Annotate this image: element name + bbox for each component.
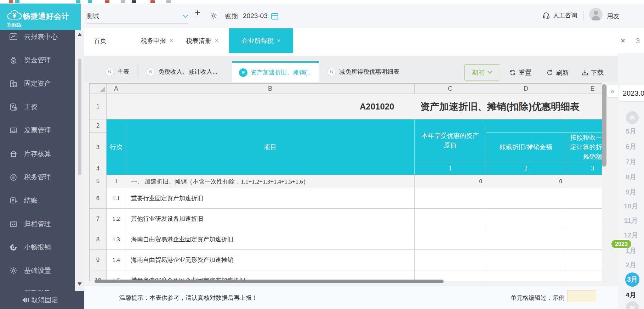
row-number[interactable]: 4 bbox=[90, 162, 107, 175]
cell-value[interactable] bbox=[566, 188, 602, 209]
cell-value[interactable] bbox=[486, 250, 566, 270]
sidebar-item-funds[interactable]: 资金管理 bbox=[0, 53, 75, 67]
col-header-b[interactable]: B bbox=[126, 84, 415, 94]
cell-value[interactable] bbox=[486, 188, 566, 209]
month-item[interactable]: 10月 bbox=[618, 202, 644, 211]
header-col-num-2[interactable]: 2 bbox=[486, 162, 566, 175]
cell-item[interactable]: 海南自由贸易港企业固定资产加速折旧 bbox=[126, 229, 415, 250]
current-period-card[interactable]: 2023.03 bbox=[619, 85, 644, 101]
month-item[interactable]: 1月 bbox=[618, 246, 644, 255]
month-item[interactable]: 7月 bbox=[618, 157, 644, 167]
sidebar-item-cloud-reports[interactable]: 云报表中心 bbox=[0, 30, 75, 44]
sidebar-item-invoices[interactable]: 发票管理 bbox=[0, 123, 75, 137]
sidebar-item-fixed-assets[interactable]: 固定资产 bbox=[0, 77, 75, 91]
subtab-accelerated-depreciation[interactable]: 税 资产加速折旧、摊销(... bbox=[232, 61, 319, 82]
cell-item[interactable]: 一、 加速折旧、摊销（不含一次性扣除，1.1+1.2+1.3+1.4+1.5+1… bbox=[126, 175, 415, 188]
close-icon[interactable]: × bbox=[215, 37, 218, 44]
close-icon[interactable]: × bbox=[170, 37, 173, 44]
row-number[interactable]: 2 bbox=[90, 119, 107, 133]
cell-row-no[interactable]: 1.5 bbox=[107, 270, 126, 281]
opening-period-button[interactable]: 期初 bbox=[464, 64, 500, 80]
sidebar-item-archive[interactable]: 归档管理 bbox=[0, 217, 75, 231]
close-all-tabs-button[interactable]: × bbox=[621, 28, 625, 53]
month-item[interactable]: 5月 bbox=[618, 127, 644, 136]
sidebar-item-inventory[interactable]: 库存核算 bbox=[0, 147, 75, 161]
cell-value[interactable] bbox=[415, 250, 486, 270]
tab-home[interactable]: 首页 bbox=[85, 28, 115, 53]
select-all-corner[interactable] bbox=[90, 84, 107, 94]
subtab-tax-reduction-detail[interactable]: 税 减免所得税优惠明细表 bbox=[320, 61, 406, 82]
cell-row-no[interactable]: 1.4 bbox=[107, 250, 126, 270]
col-header-e[interactable]: E bbox=[566, 84, 602, 94]
header-book-depreciation[interactable]: 账载折旧/摊销金额 bbox=[486, 133, 566, 162]
cell-value[interactable] bbox=[566, 270, 602, 281]
cell-row-no[interactable]: 1.3 bbox=[107, 229, 126, 250]
unpin-sidebar-button[interactable]: 取消固定 bbox=[0, 291, 84, 309]
header-row-no[interactable]: 行次 bbox=[107, 119, 126, 175]
month-item[interactable]: 9月 bbox=[618, 187, 644, 197]
reset-button[interactable]: 重置 bbox=[509, 64, 531, 80]
sidebar-scrollbar-thumb[interactable] bbox=[78, 58, 81, 175]
tab-tax-filing[interactable]: 税务申报 × bbox=[135, 28, 179, 53]
scroll-months-down-button[interactable] bbox=[626, 301, 639, 309]
header-item[interactable]: 项目 bbox=[126, 119, 415, 175]
period-value[interactable]: 2023-03 bbox=[243, 12, 268, 20]
cell-value[interactable] bbox=[486, 270, 566, 281]
sidebar-item-salary[interactable]: 工资 bbox=[0, 100, 75, 114]
cell-value[interactable] bbox=[415, 270, 486, 281]
scroll-up-icon[interactable] bbox=[78, 33, 82, 36]
row-number[interactable]: 1 bbox=[90, 94, 107, 119]
refresh-button[interactable]: 刷新 bbox=[546, 64, 569, 80]
account-selector[interactable]: 测试 bbox=[86, 9, 188, 24]
month-item[interactable]: 11月 bbox=[618, 216, 644, 225]
cell-value[interactable]: 0 bbox=[415, 175, 486, 188]
subtab-taxfree-income[interactable]: 税 免税收入、减计收入... bbox=[139, 61, 224, 82]
row-number[interactable]: 10 bbox=[90, 270, 107, 281]
cell-row-no[interactable]: 1.2 bbox=[107, 209, 126, 229]
row-number[interactable]: 3 bbox=[90, 133, 107, 162]
sidebar-scrollbar[interactable] bbox=[75, 30, 84, 291]
tab-corporate-income-tax[interactable]: 企业所得税 × bbox=[229, 28, 293, 53]
cell-item[interactable]: 海南自由贸易港企业无形资产加速摊销 bbox=[126, 250, 415, 270]
col-header-c[interactable]: C bbox=[415, 84, 486, 94]
tab-tax-register[interactable]: 税表清册 × bbox=[180, 28, 224, 53]
header-asset-value[interactable]: 本年享受优惠的资产原值 bbox=[415, 119, 486, 162]
header-tax-depreciation[interactable]: 按照税收一般规定计算的折旧、摊销额 bbox=[566, 133, 602, 162]
month-item[interactable]: 6月 bbox=[618, 142, 644, 151]
calendar-icon[interactable] bbox=[270, 12, 279, 20]
cell-value[interactable] bbox=[566, 250, 602, 270]
collapse-panel-button[interactable]: » bbox=[607, 85, 618, 97]
cell-value[interactable] bbox=[486, 229, 566, 250]
row-number[interactable]: 6 bbox=[90, 188, 107, 209]
month-item[interactable]: 2月 bbox=[618, 260, 644, 270]
cell-value[interactable] bbox=[486, 209, 566, 229]
scroll-months-up-button[interactable] bbox=[626, 111, 639, 124]
cell-item[interactable]: 其他行业研发设备加速折旧 bbox=[126, 209, 415, 229]
row-number[interactable]: 5 bbox=[90, 175, 107, 188]
month-item[interactable]: 8月 bbox=[618, 173, 644, 182]
row-number[interactable]: 7 bbox=[90, 209, 107, 229]
cell-value[interactable] bbox=[566, 229, 602, 250]
row-number[interactable]: 8 bbox=[90, 229, 107, 250]
sidebar-item-xiaochang-expense[interactable]: 小畅报销 bbox=[0, 240, 75, 254]
header-col-num-3[interactable]: 3 bbox=[566, 162, 602, 175]
col-header-a[interactable]: A bbox=[107, 84, 126, 94]
tab-overflow-indicator[interactable]: 3 bbox=[636, 28, 640, 53]
subtab-main-table[interactable]: 税 主表 bbox=[98, 61, 136, 82]
support-button[interactable]: 人工咨询 bbox=[542, 11, 577, 19]
cell-value[interactable] bbox=[566, 209, 602, 229]
scroll-down-icon[interactable] bbox=[78, 282, 82, 286]
col-header-d[interactable]: D bbox=[486, 84, 566, 94]
close-icon[interactable]: × bbox=[277, 37, 281, 44]
cell-value[interactable] bbox=[415, 209, 486, 229]
add-account-button[interactable]: + bbox=[195, 7, 200, 18]
month-item[interactable]: 12月 bbox=[618, 231, 644, 240]
month-item[interactable]: 4月 bbox=[618, 291, 644, 300]
settings-gear-button[interactable] bbox=[210, 12, 218, 20]
sidebar-item-tax[interactable]: 税 税务管理 bbox=[0, 170, 75, 184]
month-item-active[interactable]: 3月 bbox=[625, 273, 639, 287]
download-button[interactable]: 下载 bbox=[581, 64, 604, 80]
header-d-spacer[interactable] bbox=[486, 119, 566, 133]
cell-row-no[interactable]: 1.1 bbox=[107, 188, 126, 209]
header-e-spacer[interactable] bbox=[566, 119, 602, 133]
